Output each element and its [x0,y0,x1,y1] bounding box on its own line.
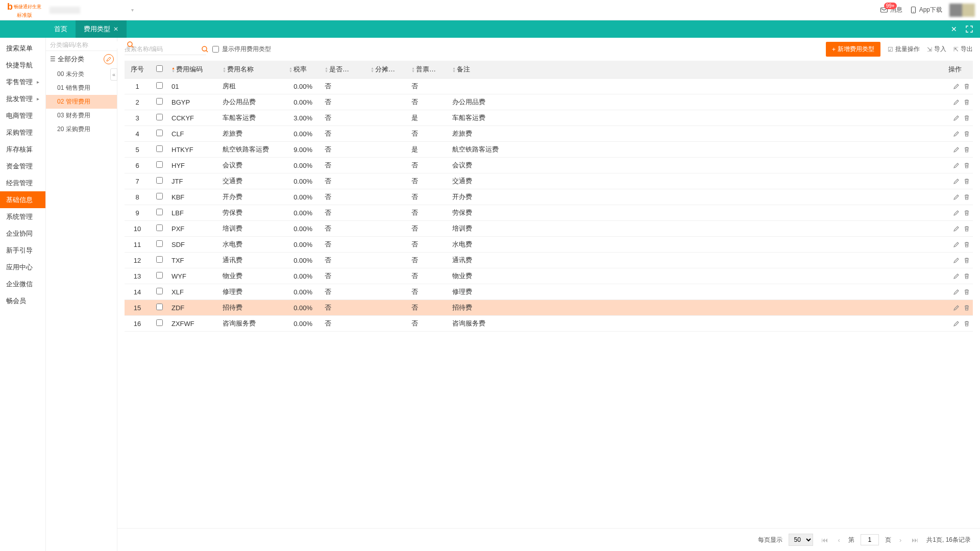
delete-row-button[interactable] [964,115,970,121]
per-page-select[interactable]: 50 [789,534,813,546]
table-row[interactable]: 101房租0.00%否否 [125,79,973,94]
edit-row-button[interactable] [953,273,960,280]
page-last-button[interactable]: ⏭ [910,536,920,544]
row-checkbox[interactable] [156,161,163,168]
edit-row-button[interactable] [953,99,960,106]
sidebar-item[interactable]: 畅会员 [0,292,45,309]
edit-row-button[interactable] [953,241,960,248]
edit-row-button[interactable] [953,194,960,201]
delete-row-button[interactable] [964,305,970,311]
sidebar-item[interactable]: 新手引导 [0,242,45,259]
table-row[interactable]: 11SDF水电费0.00%否否水电费 [125,237,973,253]
edit-row-button[interactable] [953,146,960,153]
table-row[interactable]: 6HYF会议费0.00%否否会议费 [125,158,973,173]
table-row[interactable]: 13WYF物业费0.00%否否物业费 [125,268,973,284]
avatar[interactable] [949,4,975,17]
edit-row-button[interactable] [953,257,960,264]
row-checkbox[interactable] [156,193,163,199]
delete-row-button[interactable] [964,226,970,232]
th-name[interactable]: ▲▼费用名称 [219,61,286,79]
sidebar-item[interactable]: 资金管理 [0,158,45,174]
sidebar-item[interactable]: 搜索菜单 [0,40,45,57]
delete-row-button[interactable] [964,146,970,153]
sidebar-item[interactable]: 应用中心 [0,259,45,276]
tab-home[interactable]: 首页 [46,20,76,38]
page-input[interactable] [861,534,879,545]
edit-row-button[interactable] [953,210,960,216]
delete-row-button[interactable] [964,131,970,137]
show-disabled-checkbox-input[interactable] [212,46,219,53]
delete-row-button[interactable] [964,210,970,216]
delete-row-button[interactable] [964,162,970,169]
table-row[interactable]: 12TXF通讯费0.00%否否通讯费 [125,253,973,268]
search-icon[interactable] [127,41,134,48]
sidebar-item[interactable]: 系统管理 [0,208,45,225]
sidebar-item[interactable]: 企业协同 [0,225,45,242]
th-seq[interactable]: 序号 [125,61,150,79]
table-row[interactable]: 5HTKYF航空铁路客运费9.00%否是航空铁路客运费 [125,142,973,158]
import-button[interactable]: ⇲ 导入 [927,45,946,54]
table-row[interactable]: 2BGYP办公用品费0.00%否否办公用品费 [125,94,973,110]
delete-row-button[interactable] [964,289,970,295]
table-row[interactable]: 10PXF培训费0.00%否否培训费 [125,221,973,237]
th-c6[interactable]: ▲▼分摊… [368,61,408,79]
row-checkbox[interactable] [156,272,163,279]
row-checkbox[interactable] [156,224,163,231]
row-checkbox[interactable] [156,114,163,120]
row-checkbox[interactable] [156,145,163,152]
category-item[interactable]: 20 采购费用 [46,122,117,136]
tab-close-all-button[interactable]: ✕ [948,23,960,35]
row-checkbox[interactable] [156,256,163,263]
page-first-button[interactable]: ⏮ [819,536,830,544]
table-row[interactable]: 8KBF开办费0.00%否否开办费 [125,189,973,205]
table-row[interactable]: 4CLF差旅费0.00%否否差旅费 [125,126,973,142]
category-search-input[interactable] [50,41,127,48]
page-prev-button[interactable]: ‹ [836,536,842,544]
delete-row-button[interactable] [964,320,970,327]
category-item[interactable]: 00 未分类 [46,67,117,81]
row-checkbox[interactable] [156,209,163,215]
sidebar-item[interactable]: 库存核算 [0,141,45,158]
tab-expense-type[interactable]: 费用类型 ✕ [76,20,127,38]
sidebar-item[interactable]: 零售管理▸ [0,73,45,90]
table-row[interactable]: 7JTF交通费0.00%否否交通费 [125,173,973,189]
sidebar-item[interactable]: 基础信息 [0,191,45,208]
page-next-button[interactable]: › [897,536,903,544]
table-row[interactable]: 3CCKYF车船客运费3.00%否是车船客运费 [125,110,973,126]
add-expense-type-button[interactable]: + 新增费用类型 [826,42,880,57]
show-disabled-checkbox[interactable]: 显示停用费用类型 [212,45,271,54]
row-checkbox[interactable] [156,82,163,89]
delete-row-button[interactable] [964,99,970,106]
sidebar-item[interactable]: 企业微信 [0,276,45,292]
company-selector[interactable]: ▾ [50,7,134,14]
category-item[interactable]: 01 销售费用 [46,81,117,95]
sidebar-item[interactable]: 电商管理 [0,107,45,124]
sidebar-item[interactable]: 经营管理 [0,174,45,191]
edit-row-button[interactable] [953,289,960,295]
edit-row-button[interactable] [953,178,960,185]
th-c5[interactable]: ▲▼是否… [322,61,368,79]
th-remark[interactable]: ▲▼备注 [449,61,937,79]
table-row[interactable]: 14XLF修理费0.00%否否修理费 [125,284,973,300]
delete-row-button[interactable] [964,241,970,248]
search-input[interactable] [125,43,201,55]
batch-action-button[interactable]: ☑ 批量操作 [888,45,920,54]
delete-row-button[interactable] [964,83,970,90]
delete-row-button[interactable] [964,194,970,201]
table-row[interactable]: 16ZXFWF咨询服务费0.00%否否咨询服务费 [125,316,973,332]
row-checkbox[interactable] [156,98,163,105]
row-checkbox[interactable] [156,130,163,136]
edit-row-button[interactable] [953,131,960,137]
messages-button[interactable]: 99+ 消息 [880,6,902,14]
edit-row-button[interactable] [953,320,960,327]
sidebar-item[interactable]: 批发管理▸ [0,90,45,107]
search-icon[interactable] [201,45,209,53]
th-code[interactable]: ▲▼费用编码 [168,61,219,79]
edit-category-button[interactable] [104,54,114,64]
delete-row-button[interactable] [964,273,970,280]
app-download-button[interactable]: App下载 [910,6,942,14]
close-icon[interactable]: ✕ [113,26,118,33]
row-checkbox[interactable] [156,240,163,247]
sidebar-item[interactable]: 快捷导航 [0,57,45,73]
table-row[interactable]: 9LBF劳保费0.00%否否劳保费 [125,205,973,221]
